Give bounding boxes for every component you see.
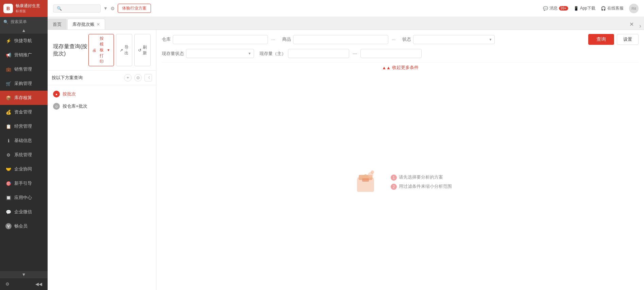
topbar-left: 🔍 ▼ ⚙ 体验行业方案: [53, 4, 540, 13]
sidebar-scroll-down[interactable]: ▼: [0, 271, 48, 278]
settings-btn[interactable]: 设置: [617, 34, 639, 45]
nav-icon-10: 🎯: [5, 180, 12, 186]
inventory-qty-to[interactable]: [360, 49, 422, 58]
scheme-header-label: 按以下方案查询: [52, 75, 83, 81]
collapse-bar[interactable]: ▲▲ 收起更多条件: [162, 62, 639, 73]
sidebar-item-10[interactable]: 🎯 新手引导: [0, 176, 48, 191]
customer-service-group[interactable]: 🎧 在线客服: [601, 5, 624, 11]
warehouse-dots[interactable]: ···: [270, 37, 277, 42]
message-label: 消息: [549, 5, 558, 11]
empty-icon: [349, 166, 383, 200]
sidebar-item-label-4: 库存核算: [14, 95, 32, 101]
product-input[interactable]: [293, 35, 388, 44]
sidebar-item-12[interactable]: 💬 企业微信: [0, 205, 48, 219]
sidebar-search[interactable]: 🔍 搜索菜单: [0, 17, 48, 27]
collapse-panel-btn[interactable]: 《: [145, 74, 152, 81]
sidebar-item-6[interactable]: 📋 经营管理: [0, 119, 48, 133]
nav-icon-1: 📢: [5, 52, 12, 58]
app-edition: 标准版: [16, 9, 40, 14]
app-download-group[interactable]: 📱 App下载: [574, 5, 595, 11]
print-label: 按模板打印: [98, 36, 105, 65]
inventory-qty-label: 现存量（主）: [259, 51, 286, 57]
status-select[interactable]: [413, 35, 495, 44]
sidebar-item-5[interactable]: 💰 资金管理: [0, 105, 48, 119]
product-filter-group: 商品 ···: [282, 35, 397, 44]
nav-icon-12: 💬: [5, 209, 12, 215]
tab-batch-label: 库存批次账: [72, 21, 95, 28]
scheme-icon-0: ●: [53, 91, 60, 97]
left-panel: 现存量查询(按批次) 🖨 按模板打印 ▼ ↗ 导出 ↺ 刷新: [48, 30, 156, 290]
tab-homepage[interactable]: 首页: [48, 19, 67, 30]
sidebar-item-2[interactable]: 💼 销售管理: [0, 62, 48, 76]
tab-homepage-label: 首页: [53, 21, 62, 28]
sidebar-item-11[interactable]: 🔲 应用中心: [0, 191, 48, 205]
topbar-right: 💬 消息 99+ 📱 App下载 🎧 在线客服 Rit: [543, 4, 639, 13]
print-dropdown-icon: ▼: [107, 48, 110, 52]
sidebar-item-7[interactable]: ℹ 基础信息: [0, 133, 48, 148]
status-select-wrapper: [413, 35, 495, 44]
experience-btn[interactable]: 体验行业方案: [118, 4, 151, 13]
sidebar-header: B 畅康通好生意 标准版: [0, 0, 48, 17]
nav-icon-13: V: [5, 223, 12, 229]
product-dots[interactable]: ···: [390, 37, 397, 42]
sidebar-scroll-up[interactable]: ▲: [0, 27, 48, 34]
tab-close-icon[interactable]: ✕: [97, 22, 100, 27]
app-download-icon: 📱: [574, 6, 579, 11]
sidebar-item-13[interactable]: V 畅会员: [0, 219, 48, 233]
inventory-qty-from[interactable]: [288, 49, 349, 58]
tab-batch-account[interactable]: 库存批次账 ✕: [67, 19, 105, 30]
refresh-btn[interactable]: ↺ 刷新: [134, 34, 151, 66]
scheme-label-0: 按批次: [63, 91, 76, 97]
scheme-item-0[interactable]: ● 按批次: [48, 88, 156, 100]
sidebar-item-1[interactable]: 📢 营销推广: [0, 48, 48, 62]
inventory-status-select-wrapper: [186, 49, 254, 58]
empty-text: 1 请先选择要分析的方案 2 用过滤条件来缩小分析范围: [391, 174, 452, 193]
add-scheme-btn[interactable]: +: [124, 74, 132, 81]
sidebar-item-9[interactable]: 🤝 企业协同: [0, 162, 48, 176]
message-icon: 💬: [543, 6, 548, 11]
tab-bar-expand-icon[interactable]: ›: [639, 22, 644, 30]
inventory-qty-dash: —: [351, 51, 358, 56]
empty-state: 1 请先选择要分析的方案 2 用过滤条件来缩小分析范围: [156, 77, 644, 290]
sidebar-item-label-8: 系统管理: [14, 152, 32, 158]
warehouse-label: 仓库: [162, 36, 171, 42]
scheme-item-1[interactable]: ⊙ 按仓库+批次: [48, 100, 156, 112]
page-title: 现存量查询(按批次): [53, 43, 88, 57]
print-btn[interactable]: 🖨 按模板打印 ▼: [88, 34, 114, 66]
sidebar-item-4[interactable]: 📦 库存核算: [0, 91, 48, 105]
sidebar-item-3[interactable]: 🛒 采购管理: [0, 76, 48, 91]
settings-footer-icon[interactable]: ⚙: [5, 282, 10, 287]
tab-bar-close-btn[interactable]: ✕: [629, 19, 638, 30]
topbar-dropdown-icon[interactable]: ▼: [103, 6, 108, 11]
sidebar-item-label-9: 企业协同: [14, 166, 32, 172]
topbar-search-box[interactable]: 🔍: [53, 4, 101, 13]
customer-service-icon: 🎧: [601, 6, 606, 11]
sidebar-item-0[interactable]: ⚡ 快捷导航: [0, 34, 48, 48]
page-header-actions: 🖨 按模板打印 ▼ ↗ 导出 ↺ 刷新: [88, 34, 151, 66]
scheme-settings-btn[interactable]: ⊙: [134, 74, 142, 81]
export-btn[interactable]: ↗ 导出: [116, 34, 132, 66]
sidebar-item-label-6: 经营管理: [14, 123, 32, 129]
topbar-gear-button[interactable]: ⚙: [111, 6, 115, 11]
warehouse-filter-group: 仓库 ···: [162, 35, 277, 44]
inventory-status-select[interactable]: [186, 49, 254, 58]
page-content: 现存量查询(按批次) 🖨 按模板打印 ▼ ↗ 导出 ↺ 刷新: [48, 30, 644, 290]
user-avatar-text: Rit: [631, 6, 636, 11]
collapse-sidebar-icon[interactable]: ◀◀: [35, 282, 42, 287]
message-group[interactable]: 💬 消息 99+: [543, 5, 568, 11]
warehouse-input[interactable]: [173, 35, 268, 44]
svg-point-5: [371, 170, 374, 174]
nav-icon-6: 📋: [5, 123, 12, 129]
page-title-bar: 现存量查询(按批次) 🖨 按模板打印 ▼ ↗ 导出 ↺ 刷新: [48, 30, 156, 71]
scheme-icon-1: ⊙: [53, 103, 60, 110]
query-btn[interactable]: 查询: [588, 34, 614, 45]
inventory-status-label: 现存量状态: [162, 51, 184, 57]
sidebar-item-8[interactable]: ⚙ 系统管理: [0, 148, 48, 162]
customer-service-label: 在线客服: [607, 5, 624, 11]
sidebar: B 畅康通好生意 标准版 🔍 搜索菜单 ▲ ⚡ 快捷导航 📢 营销推广 💼 销售…: [0, 0, 48, 290]
refresh-icon: ↺: [138, 48, 141, 53]
collapse-up-icon: ▲▲: [382, 65, 391, 70]
sidebar-nav: ⚡ 快捷导航 📢 营销推广 💼 销售管理 🛒 采购管理 📦 库存核算 💰 资金管…: [0, 34, 48, 271]
user-avatar[interactable]: Rit: [629, 4, 639, 13]
empty-hint-2: 用过滤条件来缩小分析范围: [399, 183, 452, 189]
